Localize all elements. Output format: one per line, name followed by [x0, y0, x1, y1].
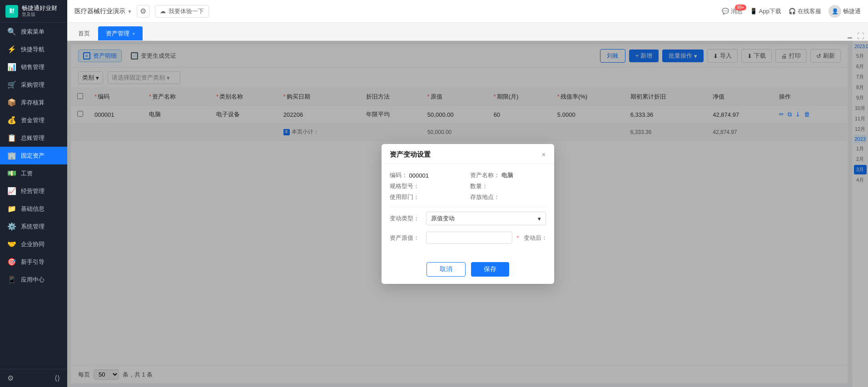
messages-button[interactable]: 💬 消息 99+: [722, 7, 743, 15]
feedback-button[interactable]: ☁ 我要体验一下: [155, 5, 209, 18]
settings-icon[interactable]: ⚙: [7, 374, 14, 382]
collapse-icon[interactable]: ⟨⟩: [55, 374, 60, 382]
quantity-label: 数量：: [470, 182, 488, 190]
sidebar-item-payroll[interactable]: 💵 工资: [0, 164, 67, 182]
sidebar-item-finance[interactable]: 💰 资金管理: [0, 111, 67, 129]
logo-icon: 财: [5, 5, 18, 18]
sidebar-item-app-center[interactable]: 📱 应用中心: [0, 271, 67, 288]
sidebar-item-system[interactable]: ⚙️ 系统管理: [0, 218, 67, 235]
spec-label: 规格型号：: [390, 182, 419, 190]
asset-name-label: 资产名称：: [470, 171, 500, 179]
dialog-title: 资产变动设置: [390, 150, 431, 159]
sidebar: 财 畅捷通好业财 普及版 🔍 搜索菜单 ⚡ 快捷导航 📊 销售管理 🛒 采购管理…: [0, 0, 67, 387]
required-star: *: [517, 234, 519, 241]
change-type-chevron-icon: ▾: [538, 215, 541, 222]
collaboration-icon: 🤝: [7, 240, 16, 248]
basic-info-icon: 📁: [7, 204, 16, 213]
code-label: 编码：: [390, 171, 407, 179]
dialog-code-field: 编码： 000001: [390, 171, 466, 179]
save-button[interactable]: 保存: [471, 262, 509, 277]
sidebar-label-inventory: 库存核算: [21, 99, 45, 107]
change-type-select[interactable]: 原值变动 ▾: [426, 212, 546, 225]
asset-name-value: 电脑: [501, 171, 513, 179]
sidebar-label-system: 系统管理: [21, 223, 45, 231]
sidebar-label-business: 经营管理: [21, 187, 45, 195]
sidebar-scroll: 🔍 搜索菜单 ⚡ 快捷导航 📊 销售管理 🛒 采购管理 📦 库存核算 💰 资金管…: [0, 23, 67, 369]
sidebar-label-fixed-assets: 固定资产: [21, 152, 45, 160]
dialog-close-button[interactable]: ×: [541, 151, 546, 159]
sidebar-label-guide: 新手引导: [21, 258, 45, 266]
app-edition: 普及版: [22, 11, 57, 18]
code-value: 000001: [409, 172, 429, 179]
tab-home[interactable]: 首页: [71, 27, 97, 40]
original-value-input[interactable]: 50,000.00: [426, 232, 512, 244]
tabs-bar: 首页 资产管理 × 🗕 ⛶: [67, 23, 868, 41]
dialog-body: 编码： 000001 资产名称： 电脑 规格型号： 数量：: [382, 164, 554, 258]
guide-icon: 🎯: [7, 258, 16, 266]
sidebar-item-ledger[interactable]: 📋 总账管理: [0, 129, 67, 147]
company-name-text: 医疗器械行业演示: [74, 7, 125, 15]
download-icon: 📱: [750, 8, 757, 15]
sales-icon: 📊: [7, 63, 16, 71]
sidebar-label-quick-nav: 快捷导航: [21, 45, 45, 54]
inventory-icon: 📦: [7, 98, 16, 107]
sidebar-label-sales: 销售管理: [21, 63, 45, 71]
business-icon: 📈: [7, 187, 16, 195]
dialog-overlay: 资产变动设置 × 编码： 000001 资产名称： 电脑: [67, 41, 868, 387]
fixed-assets-icon: 🏢: [7, 151, 16, 160]
sidebar-label-app-center: 应用中心: [21, 276, 45, 284]
sidebar-label-finance: 资金管理: [21, 116, 45, 124]
sidebar-item-collaboration[interactable]: 🤝 企业协同: [0, 235, 67, 253]
finance-icon: 💰: [7, 116, 16, 124]
change-type-value: 原值变动: [431, 214, 455, 223]
sidebar-item-fixed-assets[interactable]: 🏢 固定资产: [0, 147, 67, 164]
sidebar-item-guide[interactable]: 🎯 新手引导: [0, 253, 67, 271]
sidebar-item-sales[interactable]: 📊 销售管理: [0, 58, 67, 76]
content-area: ≡ 资产明细 📄 变更生成凭证 刘账 + 新增 批量操作 ▾ ⬇: [67, 41, 868, 387]
home-tab-label: 首页: [78, 30, 90, 38]
dialog-department-field: 使用部门：: [390, 193, 466, 201]
search-icon: 🔍: [7, 27, 16, 36]
sidebar-label-purchase: 采购管理: [21, 81, 45, 89]
sidebar-logo: 财 畅捷通好业财 普及版: [0, 0, 67, 23]
company-selector[interactable]: 医疗器械行业演示 ▾: [74, 7, 131, 15]
dialog-quantity-field: 数量：: [470, 182, 546, 190]
tab-minimize-icon[interactable]: 🗕: [846, 32, 853, 40]
after-change-label: 变动后：: [524, 234, 554, 242]
company-chevron-icon: ▾: [128, 8, 131, 15]
cancel-button[interactable]: 取消: [427, 262, 466, 277]
tab-maximize-icon[interactable]: ⛶: [857, 32, 864, 40]
sidebar-item-purchase[interactable]: 🛒 采购管理: [0, 76, 67, 94]
settings-button[interactable]: ⚙: [137, 5, 149, 18]
user-menu[interactable]: 👤 畅捷通: [828, 5, 861, 18]
sidebar-item-search[interactable]: 🔍 搜索菜单: [0, 23, 67, 40]
customer-service-button[interactable]: 🎧 在线客服: [789, 7, 821, 15]
ledger-icon: 📋: [7, 134, 16, 142]
dialog-asset-name-field: 资产名称： 电脑: [470, 171, 546, 179]
tabs-right: 🗕 ⛶: [846, 32, 864, 40]
feedback-text: 我要体验一下: [169, 7, 204, 15]
asset-tab-label: 资产管理: [106, 30, 129, 38]
quick-nav-icon: ⚡: [7, 45, 16, 54]
dialog-spec-field: 规格型号：: [390, 182, 466, 190]
logo-text-block: 畅捷通好业财 普及版: [22, 5, 57, 18]
dialog-change-type-row: 变动类型： 原值变动 ▾: [390, 212, 546, 225]
sidebar-label-collaboration: 企业协同: [21, 240, 45, 248]
location-label: 存放地点：: [470, 193, 500, 201]
app-download-button[interactable]: 📱 App下载: [750, 7, 781, 15]
tab-close-icon[interactable]: ×: [132, 31, 135, 36]
sidebar-item-business[interactable]: 📈 经营管理: [0, 182, 67, 200]
tab-asset-management[interactable]: 资产管理 ×: [98, 26, 143, 40]
app-download-label: App下载: [759, 7, 781, 15]
message-icon: 💬: [722, 8, 729, 15]
top-header: 医疗器械行业演示 ▾ ⚙ ☁ 我要体验一下 💬 消息 99+ 📱 App下载 🎧…: [67, 0, 868, 23]
user-name: 畅捷通: [843, 7, 861, 15]
sidebar-item-basic-info[interactable]: 📁 基础信息: [0, 200, 67, 218]
customer-service-label: 在线客服: [798, 7, 821, 15]
sidebar-item-inventory[interactable]: 📦 库存核算: [0, 94, 67, 111]
app-name: 畅捷通好业财: [22, 5, 57, 12]
dialog-divider: [390, 207, 546, 207]
dialog-info-section: 编码： 000001 资产名称： 电脑 规格型号： 数量：: [390, 171, 546, 201]
sidebar-item-quick-nav[interactable]: ⚡ 快捷导航: [0, 40, 67, 58]
system-icon: ⚙️: [7, 222, 16, 231]
